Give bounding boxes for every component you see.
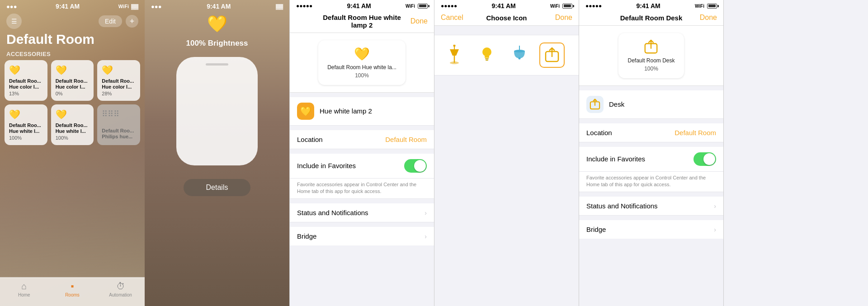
- tile-philips-hue[interactable]: ⠿⠿⠿ Default Roo...Philips hue...: [97, 104, 140, 145]
- signal-left-p3: ●●●●●: [296, 3, 312, 9]
- nav-bar-p4: Cancel Choose Icon Done: [434, 11, 579, 26]
- status-row-p3[interactable]: Status and Notifications ›: [290, 203, 434, 222]
- nav-bar-p5: Default Room Desk Done: [579, 11, 723, 26]
- room-title: Default Room: [0, 31, 145, 51]
- tile-hue-white-2[interactable]: 💛 Default Roo...Hue white l... 100%: [51, 104, 94, 145]
- add-button[interactable]: +: [126, 15, 138, 28]
- favorites-row-p5: Include in Favorites: [579, 147, 723, 172]
- gap2-p3: [290, 126, 434, 130]
- gap3-p3: [290, 149, 434, 154]
- device-shape: [176, 57, 258, 165]
- bridge-label-p5: Bridge: [586, 226, 711, 233]
- time-p5: 9:41 AM: [637, 2, 660, 9]
- icon-preview-section-p5: Default Room Desk 100%: [579, 26, 723, 86]
- dots-icon-p4: ●●●●●: [441, 3, 457, 9]
- gap1-p4: [434, 26, 579, 30]
- icon-choice-bulb[interactable]: [474, 42, 500, 68]
- nav-title-p5: Default Room Desk: [608, 14, 694, 22]
- icon-preview-section: 💛 Default Room Hue white la... 100%: [290, 33, 434, 93]
- time-display: 9:41 AM: [56, 3, 80, 10]
- battery-icon-p2: ▓▓: [276, 4, 283, 9]
- tab-rooms[interactable]: ▪ Rooms: [59, 281, 86, 297]
- status-bar-panel1: ●●● 9:41 AM WiFi ▓▓: [0, 0, 145, 11]
- location-value-p3: Default Room: [385, 136, 427, 143]
- wifi-p5: WiFi: [695, 4, 704, 9]
- accessories-grid: 💛 Default Roo...Hue color l... 13% 💛 Def…: [0, 60, 145, 145]
- tab-home[interactable]: ⌂ Home: [10, 281, 38, 297]
- chevron-status-p5: ›: [714, 202, 716, 210]
- gap5-p5: [579, 216, 723, 220]
- tile-icon-6: ⠿⠿⠿: [102, 109, 136, 119]
- tile-icon-5: 💛: [56, 109, 90, 120]
- pendant-svg: [511, 45, 528, 66]
- details-button[interactable]: Details: [184, 179, 251, 196]
- bridge-row-p5[interactable]: Bridge ›: [579, 220, 723, 239]
- device-name-text-p3: Hue white lamp 2: [320, 107, 372, 115]
- floor-lamp-svg: [446, 45, 462, 66]
- desk-preview-icon: [643, 39, 659, 55]
- icon-choice-floor-lamp[interactable]: [442, 42, 467, 68]
- svg-rect-7: [485, 58, 489, 59]
- status-bar-panel2: ●●● 9:41 AM ▓▓: [145, 0, 289, 11]
- bulb-svg: [479, 45, 495, 66]
- done-button-p5[interactable]: Done: [694, 14, 717, 22]
- preview-name-p5: Default Room Desk: [627, 57, 675, 65]
- accessories-label: Accessories: [0, 51, 145, 60]
- cancel-button-p4[interactable]: Cancel: [441, 14, 463, 22]
- tile-hue-color-2[interactable]: 💛 Default Roo...Hue color l... 0%: [51, 60, 94, 101]
- chevron-status-p3: ›: [425, 209, 427, 217]
- status-bar-panel4: ●●●●● 9:41 AM WiFi: [434, 0, 579, 11]
- preview-name-p3: Default Room Hue white la...: [327, 64, 396, 71]
- tab-home-label: Home: [18, 292, 30, 297]
- tile-status-5: 100%: [56, 135, 90, 141]
- svg-point-5: [482, 47, 491, 56]
- svg-point-4: [453, 45, 456, 47]
- time-p3: 9:41 AM: [347, 2, 371, 9]
- icon-preview-tile: 💛 Default Room Hue white la... 100%: [318, 40, 406, 85]
- battery-p5: [707, 4, 717, 9]
- nav-title-p3: Default Room Hue white lamp 2: [319, 14, 405, 29]
- tile-name-1: Default Roo...Hue color l...: [9, 78, 43, 90]
- svg-marker-2: [450, 49, 459, 56]
- device-icon-circle-p5: [586, 96, 604, 113]
- bridge-row-p3[interactable]: Bridge ›: [290, 227, 434, 245]
- location-row-p5[interactable]: Location Default Room: [579, 123, 723, 142]
- rooms-icon: ▪: [71, 281, 74, 292]
- desk-tile-icon: [590, 99, 600, 110]
- plus-icon: +: [130, 17, 135, 26]
- menu-button[interactable]: ☰: [6, 14, 22, 29]
- favorites-note-p3: Favorite accessories appear in Control C…: [290, 179, 434, 199]
- done-button-p3[interactable]: Done: [405, 17, 428, 25]
- dots-icon-p5: ●●●●●: [585, 3, 602, 9]
- gap1-p3: [290, 93, 434, 97]
- tile-hue-white-1[interactable]: 💛 Default Roo...Hue white l... 100%: [5, 104, 47, 145]
- tile-hue-color-1[interactable]: 💛 Default Roo...Hue color l... 13%: [5, 60, 47, 101]
- favorites-note-p5: Favorite accessories appear in Control C…: [579, 172, 723, 193]
- right-p5: WiFi: [695, 4, 717, 9]
- panel1-header: ☰ Edit +: [0, 11, 145, 31]
- time-p2: 9:41 AM: [207, 3, 231, 10]
- tile-icon-3: 💛: [102, 65, 136, 75]
- tile-icon-4: 💛: [9, 109, 43, 120]
- status-bar-panel5: ●●●●● 9:41 AM WiFi: [579, 0, 723, 11]
- favorites-toggle-p5[interactable]: [693, 152, 716, 166]
- status-row-p5[interactable]: Status and Notifications ›: [579, 197, 723, 216]
- tile-icon-2: 💛: [56, 65, 90, 75]
- tile-status-4: 100%: [9, 135, 43, 141]
- icon-choice-pendant[interactable]: [507, 42, 532, 68]
- done-button-p4[interactable]: Done: [550, 14, 572, 22]
- panel-hue-settings: ●●●●● 9:41 AM WiFi Default Room Hue whit…: [289, 0, 434, 306]
- tile-hue-color-3[interactable]: 💛 Default Roo...Hue color l... 28%: [97, 60, 140, 101]
- edit-button[interactable]: Edit: [99, 15, 122, 27]
- panel-choose-icon: ●●●●● 9:41 AM WiFi Cancel Choose Icon Do…: [434, 0, 579, 306]
- device-icon-circle-p3: 💛: [297, 103, 314, 120]
- icon-choice-custom[interactable]: [539, 42, 565, 68]
- home-icon: ⌂: [21, 281, 27, 292]
- tab-automation[interactable]: ⏱ Automation: [107, 281, 134, 297]
- location-row-p3[interactable]: Location Default Room: [290, 130, 434, 149]
- signal-left-p4: ●●●●●: [441, 3, 457, 9]
- tile-status-3: 28%: [102, 91, 136, 96]
- battery-area: WiFi ▓▓: [118, 4, 138, 9]
- favorites-toggle-p3[interactable]: [404, 159, 427, 173]
- preview-pct-p5: 100%: [644, 66, 658, 72]
